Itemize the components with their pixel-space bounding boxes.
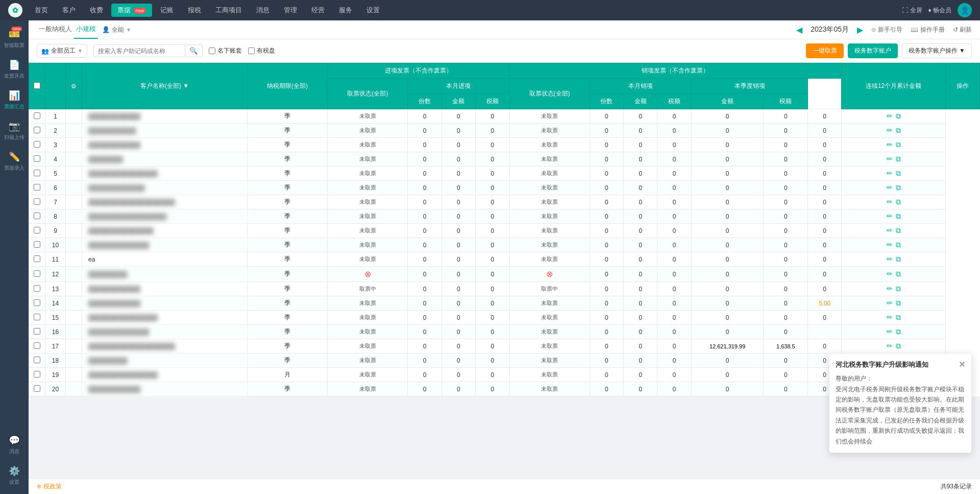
under-account-checkbox[interactable]: 名下账套: [209, 46, 242, 55]
under-account-input[interactable]: [209, 48, 215, 54]
sidebar-item-invoice-open[interactable]: 📄 发票开具: [1, 55, 28, 84]
search-input[interactable]: [93, 44, 185, 57]
copy-icon[interactable]: ⧉: [896, 140, 901, 149]
row-checkbox[interactable]: [29, 109, 45, 124]
nav-fee[interactable]: 收费: [84, 4, 109, 17]
copy-icon[interactable]: ⧉: [896, 126, 901, 135]
row-select-checkbox[interactable]: [34, 155, 40, 162]
row-select-checkbox[interactable]: [34, 227, 40, 233]
row-checkbox[interactable]: [29, 238, 45, 252]
row-select-checkbox[interactable]: [34, 357, 40, 363]
copy-icon[interactable]: ⧉: [896, 270, 901, 278]
copy-icon[interactable]: ⧉: [896, 241, 901, 249]
tab-all[interactable]: 👤 全能 ▼: [102, 26, 131, 34]
edit-icon[interactable]: ✏: [887, 342, 893, 350]
row-select-checkbox[interactable]: [34, 184, 40, 191]
nav-settings[interactable]: 设置: [360, 4, 386, 17]
row-select-checkbox[interactable]: [34, 270, 40, 277]
sidebar-item-scan-upload[interactable]: 📷 扫描上传: [1, 116, 28, 145]
row-checkbox[interactable]: [29, 368, 45, 382]
row-checkbox[interactable]: [29, 311, 45, 325]
search-button[interactable]: 🔍: [185, 44, 203, 57]
row-checkbox[interactable]: [29, 282, 45, 296]
edit-icon[interactable]: ✏: [887, 155, 893, 163]
copy-icon[interactable]: ⧉: [896, 313, 901, 322]
copy-icon[interactable]: ⧉: [896, 226, 901, 235]
edit-icon[interactable]: ✏: [887, 327, 893, 336]
nav-admin[interactable]: 管理: [278, 4, 303, 17]
copy-icon[interactable]: ⧉: [896, 155, 901, 163]
nav-operation[interactable]: 经营: [305, 4, 331, 17]
has-tax-disk-checkbox[interactable]: 有税盘: [248, 46, 275, 55]
notification-close-btn[interactable]: ✕: [959, 360, 965, 369]
row-select-checkbox[interactable]: [34, 328, 40, 335]
row-checkbox[interactable]: [29, 354, 45, 368]
app-logo[interactable]: ✿: [8, 3, 22, 17]
edit-icon[interactable]: ✏: [887, 226, 893, 235]
copy-icon[interactable]: ⧉: [896, 285, 901, 293]
nav-invoice[interactable]: 票据 new: [111, 4, 152, 17]
row-checkbox[interactable]: [29, 195, 45, 209]
tab-general-taxpayer[interactable]: 一般纳税人: [37, 20, 74, 39]
row-checkbox[interactable]: [29, 152, 45, 167]
row-checkbox[interactable]: [29, 267, 45, 282]
row-select-checkbox[interactable]: [34, 170, 40, 176]
sidebar-item-ticket-summary[interactable]: 📊 票据汇总: [1, 86, 28, 114]
row-select-checkbox[interactable]: [34, 255, 40, 262]
nav-service[interactable]: 服务: [333, 4, 358, 17]
edit-icon[interactable]: ✏: [887, 212, 893, 221]
row-checkbox[interactable]: [29, 138, 45, 152]
row-select-checkbox[interactable]: [34, 342, 40, 349]
row-checkbox[interactable]: [29, 224, 45, 238]
row-checkbox[interactable]: [29, 325, 45, 339]
edit-icon[interactable]: ✏: [887, 169, 893, 178]
edit-icon[interactable]: ✏: [887, 299, 893, 308]
copy-icon[interactable]: ⧉: [896, 299, 901, 308]
row-select-checkbox[interactable]: [34, 213, 40, 219]
copy-icon[interactable]: ⧉: [896, 255, 901, 264]
edit-icon[interactable]: ✏: [887, 112, 893, 121]
nav-tax[interactable]: 报税: [182, 4, 207, 17]
select-all-checkbox[interactable]: [34, 82, 40, 89]
tax-digital-ops-btn[interactable]: 税务数字账户操作 ▼: [902, 43, 972, 58]
one-click-ticket-btn[interactable]: 一键取票: [806, 43, 844, 58]
row-select-checkbox[interactable]: [34, 314, 40, 320]
nav-message[interactable]: 消息: [250, 4, 276, 17]
row-select-checkbox[interactable]: [34, 371, 40, 378]
edit-icon[interactable]: ✏: [887, 313, 893, 322]
nav-client[interactable]: 客户: [56, 4, 82, 17]
edit-icon[interactable]: ✏: [887, 241, 893, 249]
tax-digital-btn[interactable]: 税务数字账户: [848, 43, 898, 58]
row-checkbox[interactable]: [29, 296, 45, 311]
sidebar-item-smart-ticket[interactable]: 🎫 new 智能取票: [1, 25, 28, 53]
edit-icon[interactable]: ✏: [887, 198, 893, 206]
row-checkbox[interactable]: [29, 167, 45, 181]
row-select-checkbox[interactable]: [34, 285, 40, 292]
next-month-btn[interactable]: ▶: [857, 25, 863, 35]
row-select-checkbox[interactable]: [34, 198, 40, 205]
edit-icon[interactable]: ✏: [887, 255, 893, 264]
row-checkbox[interactable]: [29, 382, 45, 396]
has-tax-disk-input[interactable]: [248, 48, 255, 54]
member-btn[interactable]: ♦ 畅会员: [928, 6, 951, 15]
row-checkbox[interactable]: [29, 124, 45, 138]
copy-icon[interactable]: ⧉: [896, 342, 901, 350]
edit-icon[interactable]: ✏: [887, 140, 893, 149]
copy-icon[interactable]: ⧉: [896, 183, 901, 192]
fullscreen-btn[interactable]: ⛶ 全屏: [902, 6, 922, 15]
row-select-checkbox[interactable]: [34, 299, 40, 306]
sidebar-item-ticket-entry[interactable]: ✏️ 票据录入: [1, 147, 28, 176]
copy-icon[interactable]: ⧉: [896, 198, 901, 206]
edit-icon[interactable]: ✏: [887, 183, 893, 192]
nav-bookkeeping[interactable]: 记账: [154, 4, 180, 17]
edit-icon[interactable]: ✏: [887, 126, 893, 135]
employee-filter[interactable]: 👥 全部员工 ▼: [37, 44, 87, 58]
copy-icon[interactable]: ⧉: [896, 327, 901, 336]
row-select-checkbox[interactable]: [34, 141, 40, 148]
copy-icon[interactable]: ⧉: [896, 212, 901, 221]
copy-icon[interactable]: ⧉: [896, 112, 901, 121]
prev-month-btn[interactable]: ◀: [796, 25, 802, 35]
sidebar-item-settings[interactable]: ⚙️ 设置: [1, 461, 28, 490]
refresh-btn[interactable]: ↺ 刷新: [953, 26, 972, 34]
tab-small-scale[interactable]: 小规模: [74, 20, 98, 39]
